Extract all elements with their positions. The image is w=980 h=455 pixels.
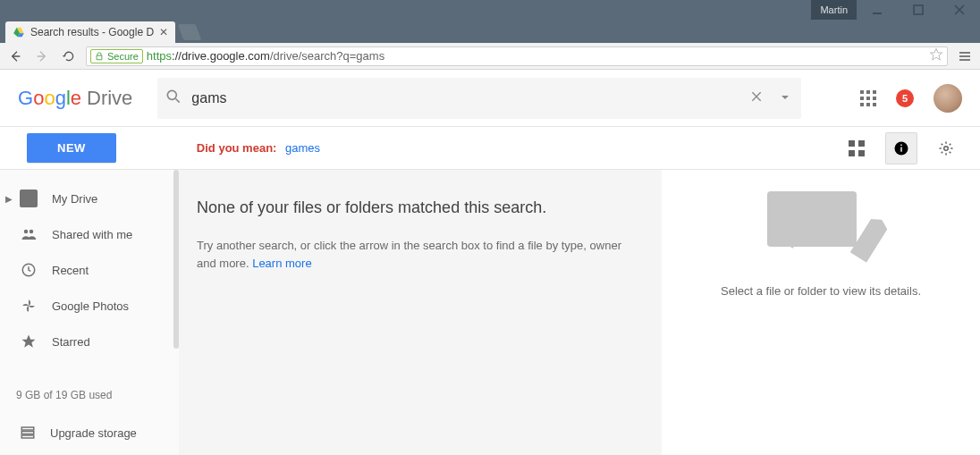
sidebar-item-label: Recent bbox=[52, 264, 89, 277]
window-user-label: Martin bbox=[811, 0, 857, 20]
no-results-body: Try another search, or click the arrow i… bbox=[197, 237, 644, 272]
notifications-badge[interactable]: 5 bbox=[896, 89, 914, 107]
storage-usage-label: 9 GB of 19 GB used bbox=[0, 376, 179, 414]
expand-arrow-icon[interactable]: ▶ bbox=[5, 194, 13, 204]
tab-title: Search results - Google D bbox=[30, 26, 154, 38]
svg-point-2 bbox=[168, 90, 177, 99]
caret-down-icon bbox=[780, 92, 790, 103]
drive-header: Google Drive 5 bbox=[0, 70, 980, 127]
address-bar[interactable]: Secure https://drive.google.com/drive/se… bbox=[86, 46, 948, 66]
url-text: https://drive.google.com/drive/search?q=… bbox=[147, 49, 384, 63]
reload-icon bbox=[62, 49, 76, 63]
sidebar-item-my-drive[interactable]: ▶ My Drive bbox=[0, 181, 179, 216]
no-results-heading: None of your files or folders matched th… bbox=[197, 198, 644, 217]
svg-rect-5 bbox=[900, 144, 902, 146]
tab-close-button[interactable]: ✕ bbox=[159, 27, 168, 38]
star-filled-icon bbox=[20, 333, 38, 350]
search-results-pane: None of your files or folders matched th… bbox=[179, 170, 662, 455]
drive-favicon-icon bbox=[13, 26, 25, 38]
did-you-mean: Did you mean: games bbox=[197, 141, 320, 155]
view-grid-button[interactable] bbox=[841, 132, 873, 164]
secure-label: Secure bbox=[107, 51, 139, 62]
svg-point-7 bbox=[24, 230, 29, 234]
sidebar-item-recent[interactable]: Recent bbox=[0, 252, 179, 288]
sidebar-item-label: Google Photos bbox=[52, 299, 129, 313]
sidebar-item-shared[interactable]: Shared with me bbox=[0, 216, 179, 252]
search-clear-button[interactable] bbox=[746, 86, 767, 111]
google-wordmark: Google bbox=[18, 87, 81, 110]
photos-icon bbox=[20, 297, 38, 315]
hamburger-icon bbox=[958, 49, 972, 63]
my-drive-icon bbox=[20, 190, 38, 207]
url-path: /drive/search?q=gams bbox=[270, 49, 384, 63]
details-pane: Select a file or folder to view its deta… bbox=[662, 170, 980, 455]
details-placeholder-text: Select a file or folder to view its deta… bbox=[721, 284, 921, 298]
main-content: None of your files or folders matched th… bbox=[179, 170, 980, 455]
upgrade-storage-link[interactable]: Upgrade storage bbox=[0, 414, 179, 455]
browser-tabstrip: Search results - Google D ✕ bbox=[0, 20, 980, 43]
account-avatar[interactable] bbox=[934, 84, 962, 113]
nav-back-button[interactable] bbox=[5, 46, 25, 66]
info-icon bbox=[893, 140, 909, 156]
star-icon bbox=[929, 47, 943, 62]
lock-icon bbox=[95, 52, 104, 61]
svg-rect-0 bbox=[873, 13, 882, 14]
minimize-icon bbox=[872, 4, 883, 15]
secure-chip: Secure bbox=[90, 49, 143, 63]
drive-logo[interactable]: Google Drive bbox=[18, 87, 132, 110]
did-you-mean-label: Did you mean: bbox=[197, 141, 277, 155]
grid-view-icon bbox=[849, 140, 865, 156]
did-you-mean-link[interactable]: games bbox=[285, 141, 320, 155]
clock-icon bbox=[20, 261, 38, 279]
details-placeholder-icon bbox=[758, 191, 883, 263]
storage-icon bbox=[20, 425, 36, 441]
new-tab-button[interactable] bbox=[178, 24, 202, 40]
bookmark-button[interactable] bbox=[929, 47, 943, 65]
window-minimize-button[interactable] bbox=[857, 0, 898, 20]
window-titlebar: Martin bbox=[0, 0, 980, 20]
svg-rect-4 bbox=[900, 147, 902, 151]
x-icon bbox=[749, 89, 764, 104]
svg-rect-10 bbox=[21, 427, 34, 430]
arrow-right-icon bbox=[35, 49, 49, 63]
window-close-button[interactable] bbox=[939, 0, 980, 20]
drive-wordmark: Drive bbox=[87, 87, 132, 110]
nav-forward-button[interactable] bbox=[32, 46, 52, 66]
gear-icon bbox=[938, 140, 954, 156]
sidebar-item-label: Shared with me bbox=[52, 228, 132, 241]
upgrade-storage-label: Upgrade storage bbox=[50, 426, 137, 440]
search-options-button[interactable] bbox=[776, 87, 794, 110]
shared-icon bbox=[20, 225, 38, 243]
svg-rect-11 bbox=[21, 432, 34, 434]
svg-rect-12 bbox=[21, 435, 34, 438]
sidebar-item-starred[interactable]: Starred bbox=[0, 324, 179, 359]
drive-body: ▶ My Drive Shared with me Recent Google … bbox=[0, 170, 980, 455]
url-scheme: https bbox=[147, 49, 172, 63]
browser-urlbar: Secure https://drive.google.com/drive/se… bbox=[0, 43, 980, 70]
url-host: ://drive.google.com bbox=[172, 49, 270, 63]
settings-button[interactable] bbox=[930, 132, 962, 164]
browser-menu-button[interactable] bbox=[955, 46, 975, 66]
search-box[interactable] bbox=[157, 78, 801, 119]
svg-point-6 bbox=[944, 146, 949, 150]
maximize-icon bbox=[913, 4, 924, 15]
google-apps-button[interactable] bbox=[860, 90, 876, 106]
sidebar-item-label: Starred bbox=[52, 335, 90, 349]
window-maximize-button[interactable] bbox=[898, 0, 939, 20]
new-button[interactable]: NEW bbox=[27, 133, 116, 163]
search-input[interactable] bbox=[191, 90, 737, 106]
browser-tab-active[interactable]: Search results - Google D ✕ bbox=[5, 21, 175, 43]
details-pane-button[interactable] bbox=[885, 132, 917, 164]
close-icon bbox=[954, 4, 965, 15]
sidebar: ▶ My Drive Shared with me Recent Google … bbox=[0, 170, 179, 455]
nav-reload-button[interactable] bbox=[59, 46, 79, 66]
learn-more-link[interactable]: Learn more bbox=[252, 257, 311, 270]
sidebar-item-label: My Drive bbox=[52, 192, 97, 206]
drive-toolbar: NEW Did you mean: games bbox=[0, 127, 980, 170]
sidebar-item-photos[interactable]: Google Photos bbox=[0, 288, 179, 324]
search-icon bbox=[165, 88, 182, 109]
svg-point-8 bbox=[30, 230, 34, 234]
svg-rect-1 bbox=[914, 5, 923, 14]
arrow-left-icon bbox=[8, 49, 22, 63]
